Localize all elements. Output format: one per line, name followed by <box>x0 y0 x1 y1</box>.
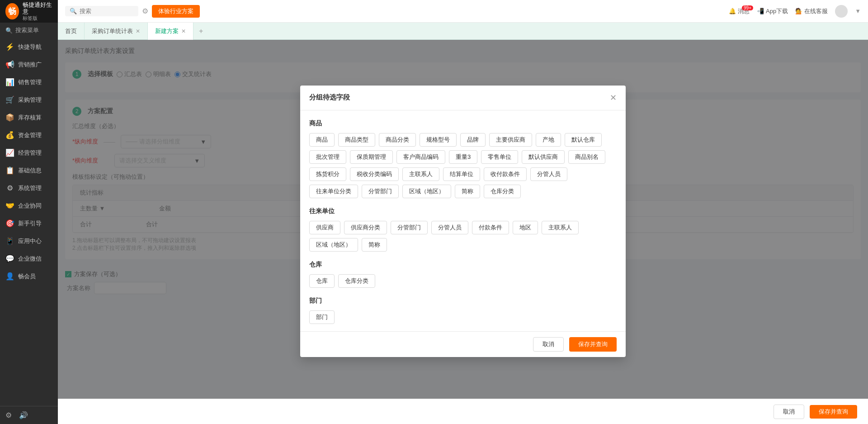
modal-title: 分组待选字段 <box>309 93 350 102</box>
logo-icon: 畅 <box>5 3 19 19</box>
audio-icon[interactable]: 🔊 <box>19 411 28 419</box>
field-tag-dept-mgmt[interactable]: 分管部门 <box>362 185 399 198</box>
save-query-btn[interactable]: 保存并查询 <box>569 337 617 352</box>
field-tag-tax-code[interactable]: 税收分类编码 <box>350 167 399 181</box>
field-tag-default-warehouse[interactable]: 默认仓库 <box>565 133 602 147</box>
modal-section-department: 部门部门 <box>309 297 617 324</box>
group-fields-modal: 分组待选字段 ✕ 商品商品商品类型商品分类规格型号品牌主要供应商产地默认仓库批次… <box>300 86 626 357</box>
tabs-bar: 首页采购订单统计表✕新建方案✕+ <box>58 23 868 40</box>
field-tag-expiry-mgmt[interactable]: 保质期管理 <box>350 150 393 164</box>
field-tag-payment-terms[interactable]: 收付款条件 <box>484 167 527 181</box>
modal-section-warehouse: 仓库仓库仓库分类 <box>309 261 617 288</box>
field-tag-supplier[interactable]: 供应商 <box>309 221 340 234</box>
nav-icon-sales: 📊 <box>5 78 14 86</box>
tab-purchase-stats[interactable]: 采购订单统计表✕ <box>85 23 148 40</box>
field-tag-dept[interactable]: 部门 <box>309 310 335 324</box>
field-tag-payment-cond[interactable]: 付款条件 <box>472 221 509 234</box>
settings-icon[interactable]: ⚙ <box>142 7 148 15</box>
sidebar-item-wechat[interactable]: 💬企业微信 <box>0 250 58 267</box>
sidebar-item-corp[interactable]: 🤝企业协同 <box>0 197 58 214</box>
tab-label-new-plan: 新建方案 <box>155 27 179 35</box>
field-tag-main-contact[interactable]: 主联系人 <box>402 167 439 181</box>
field-tag-default-supplier[interactable]: 默认供应商 <box>522 150 565 164</box>
bottom-cancel-btn[interactable]: 取消 <box>774 405 804 419</box>
field-tag-main-contact-partner[interactable]: 主联系人 <box>542 221 579 234</box>
field-tag-batch-mgmt[interactable]: 批次管理 <box>309 150 346 164</box>
sidebar-item-finance[interactable]: 💰资金管理 <box>0 126 58 144</box>
field-tag-product-type[interactable]: 商品类型 <box>338 133 375 147</box>
trial-btn[interactable]: 体验行业方案 <box>152 5 200 18</box>
sidebar-item-marketing[interactable]: 📢营销推广 <box>0 56 58 73</box>
field-tag-dept-partner[interactable]: 分管部门 <box>391 221 428 234</box>
field-tag-warehouse[interactable]: 仓库 <box>309 274 335 288</box>
field-tag-region-product[interactable]: 区域（地区） <box>402 185 451 198</box>
nav-icon-inventory: 📦 <box>5 113 14 122</box>
online-support-btn[interactable]: 💁 在线客服 <box>795 7 828 15</box>
field-tag-short-name-partner[interactable]: 简称 <box>362 238 387 252</box>
settings-icon[interactable]: ⚙ <box>5 411 12 419</box>
field-tag-manager[interactable]: 分管人员 <box>530 167 567 181</box>
section-title-product: 商品 <box>309 119 617 128</box>
field-tag-pickup-score[interactable]: 拣货积分 <box>309 167 346 181</box>
nav-icon-basic: 📋 <box>5 166 14 175</box>
tab-home[interactable]: 首页 <box>58 23 85 40</box>
header-search-icon: 🔍 <box>70 8 77 14</box>
sidebar-item-sales[interactable]: 📊销售管理 <box>0 73 58 91</box>
cancel-btn[interactable]: 取消 <box>533 337 564 352</box>
field-tags-product: 商品商品类型商品分类规格型号品牌主要供应商产地默认仓库批次管理保质期管理客户商品… <box>309 133 617 198</box>
field-tag-main-supplier[interactable]: 主要供应商 <box>489 133 532 147</box>
tab-close-new-plan[interactable]: ✕ <box>181 28 186 34</box>
sidebar-item-guide[interactable]: 🎯新手引导 <box>0 214 58 232</box>
modal-section-partner: 往来单位供应商供应商分类分管部门分管人员付款条件地区主联系人区域（地区）简称 <box>309 207 617 252</box>
tab-add-btn[interactable]: + <box>193 27 208 35</box>
modal-body: 商品商品商品类型商品分类规格型号品牌主要供应商产地默认仓库批次管理保质期管理客户… <box>300 110 626 331</box>
nav-icon-wechat: 💬 <box>5 254 14 263</box>
sidebar-item-operation[interactable]: 📈经营管理 <box>0 144 58 162</box>
sidebar-search[interactable]: 🔍 搜索菜单 <box>0 23 58 38</box>
modal-footer: 取消 保存并查询 <box>300 331 626 357</box>
bell-icon: 🔔 <box>729 8 736 14</box>
sidebar-item-basic[interactable]: 📋基础信息 <box>0 162 58 179</box>
field-tag-manager-partner[interactable]: 分管人员 <box>431 221 468 234</box>
field-tag-region-partner[interactable]: 地区 <box>513 221 538 234</box>
field-tag-product[interactable]: 商品 <box>309 133 335 147</box>
field-tag-region2-partner[interactable]: 区域（地区） <box>309 238 358 252</box>
field-tag-spec-type[interactable]: 规格型号 <box>420 133 457 147</box>
search-icon: 🔍 <box>5 27 13 34</box>
modal-header: 分组待选字段 ✕ <box>300 86 626 110</box>
search-input[interactable] <box>80 8 134 14</box>
notification-btn[interactable]: 🔔 99+ 消息 <box>729 7 750 15</box>
sidebar-item-inventory[interactable]: 📦库存核算 <box>0 109 58 126</box>
field-tag-supplier-cat[interactable]: 供应商分类 <box>344 221 387 234</box>
user-menu-icon[interactable]: ▼ <box>855 8 861 14</box>
field-tag-brand[interactable]: 品牌 <box>460 133 486 147</box>
sidebar-item-system[interactable]: ⚙系统管理 <box>0 179 58 197</box>
modal-close-btn[interactable]: ✕ <box>610 93 617 103</box>
field-tag-warehouse-cat[interactable]: 仓库分类 <box>484 185 521 198</box>
avatar[interactable] <box>835 5 848 18</box>
field-tag-product-alias[interactable]: 商品别名 <box>568 150 605 164</box>
support-icon: 💁 <box>795 8 802 14</box>
sidebar-item-quick-nav[interactable]: ⚡快捷导航 <box>0 38 58 56</box>
bottom-save-query-btn[interactable]: 保存并查询 <box>810 405 857 419</box>
field-tag-settlement-unit[interactable]: 结算单位 <box>443 167 480 181</box>
field-tag-origin[interactable]: 产地 <box>536 133 561 147</box>
tab-new-plan[interactable]: 新建方案✕ <box>148 23 193 40</box>
tab-close-purchase-stats[interactable]: ✕ <box>136 28 140 34</box>
field-tags-department: 部门 <box>309 310 617 324</box>
field-tag-source-unit-cat[interactable]: 往来单位分类 <box>309 185 358 198</box>
sidebar-item-purchase[interactable]: 🛒采购管理 <box>0 91 58 109</box>
app-download-btn[interactable]: 📲 App下载 <box>757 7 788 15</box>
field-tag-weight3[interactable]: 重量3 <box>449 150 477 164</box>
field-tag-short-name-product[interactable]: 简称 <box>455 185 480 198</box>
field-tag-warehouse-category[interactable]: 仓库分类 <box>338 274 375 288</box>
modal-section-product: 商品商品商品类型商品分类规格型号品牌主要供应商产地默认仓库批次管理保质期管理客户… <box>309 119 617 198</box>
download-icon: 📲 <box>757 8 764 14</box>
sidebar-logo: 畅 畅捷通好生意 标签版 <box>0 0 58 23</box>
field-tag-customer-code[interactable]: 客户商品编码 <box>396 150 445 164</box>
section-title-warehouse: 仓库 <box>309 261 617 269</box>
sidebar-item-app[interactable]: 📱应用中心 <box>0 232 58 250</box>
field-tag-product-category[interactable]: 商品分类 <box>379 133 416 147</box>
sidebar-item-member[interactable]: 👤畅会员 <box>0 267 58 285</box>
field-tag-retail-unit[interactable]: 零售单位 <box>481 150 518 164</box>
